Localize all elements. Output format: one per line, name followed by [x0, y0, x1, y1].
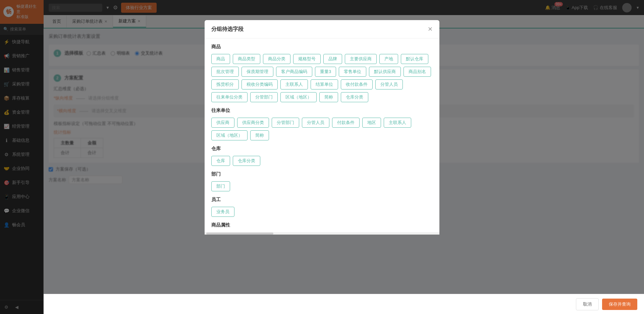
tag-grid-staff: 业务员 — [211, 207, 433, 217]
tag-staff-0[interactable]: 业务员 — [211, 207, 234, 217]
modal-overlay: 分组待选字段 ✕ 商品商品商品类型商品分类规格型号品牌主要供应商产地默认仓库批次… — [0, 0, 644, 314]
tag-product-24[interactable]: 简称 — [319, 92, 338, 102]
tag-product-23[interactable]: 区域（地区） — [280, 92, 317, 102]
modal-close-button[interactable]: ✕ — [428, 25, 433, 33]
tag-product-25[interactable]: 仓库分类 — [341, 92, 368, 102]
section-title-product-attr: 商品属性 — [211, 222, 433, 228]
tag-product-12[interactable]: 零售单位 — [339, 67, 366, 77]
tag-product-20[interactable]: 分管人员 — [375, 79, 403, 89]
tag-product-14[interactable]: 商品别名 — [404, 67, 431, 77]
modal-title: 分组待选字段 — [211, 26, 244, 33]
tag-product-6[interactable]: 产地 — [379, 54, 398, 64]
save-query-button[interactable]: 保存并查询 — [602, 299, 637, 310]
modal-horizontal-scrollbar[interactable] — [205, 232, 439, 235]
tag-partner-6[interactable]: 主联系人 — [384, 118, 411, 128]
tag-partner-8[interactable]: 简称 — [250, 130, 269, 140]
section-title-warehouse: 仓库 — [211, 146, 433, 152]
tag-department-0[interactable]: 部门 — [211, 181, 230, 191]
section-title-product: 商品 — [211, 44, 433, 50]
tag-product-7[interactable]: 默认仓库 — [401, 54, 428, 64]
tag-warehouse-1[interactable]: 仓库分类 — [233, 156, 260, 166]
tag-grid-department: 部门 — [211, 181, 433, 191]
tag-grid-product: 商品商品类型商品分类规格型号品牌主要供应商产地默认仓库批次管理保质期管理客户商品… — [211, 54, 433, 102]
tag-partner-2[interactable]: 分管部门 — [272, 118, 299, 128]
section-title-department: 部门 — [211, 171, 433, 177]
modal-hscroll-thumb — [206, 233, 273, 235]
tag-product-2[interactable]: 商品分类 — [263, 54, 290, 64]
modal-body: 商品商品商品类型商品分类规格型号品牌主要供应商产地默认仓库批次管理保质期管理客户… — [205, 39, 439, 232]
tag-product-18[interactable]: 结算单位 — [311, 79, 338, 89]
tag-grid-warehouse: 仓库仓库分类 — [211, 156, 433, 166]
tag-product-9[interactable]: 保质期管理 — [241, 67, 273, 77]
section-title-staff: 员工 — [211, 197, 433, 203]
tag-product-15[interactable]: 拣货积分 — [211, 79, 239, 89]
tag-partner-0[interactable]: 供应商 — [211, 118, 234, 128]
tag-grid-partner: 供应商供应商分类分管部门分管人员付款条件地区主联系人区域（地区）简称 — [211, 118, 433, 140]
tag-partner-4[interactable]: 付款条件 — [332, 118, 360, 128]
modal: 分组待选字段 ✕ 商品商品商品类型商品分类规格型号品牌主要供应商产地默认仓库批次… — [205, 20, 439, 235]
tag-product-1[interactable]: 商品类型 — [233, 54, 260, 64]
tag-product-4[interactable]: 品牌 — [323, 54, 342, 64]
bottom-bar: 取消 保存并查询 — [44, 294, 644, 314]
tag-partner-1[interactable]: 供应商分类 — [237, 118, 269, 128]
tag-product-5[interactable]: 主要供应商 — [345, 54, 377, 64]
tag-partner-7[interactable]: 区域（地区） — [211, 130, 248, 140]
tag-product-11[interactable]: 重量3 — [315, 67, 336, 77]
tag-product-19[interactable]: 收付款条件 — [341, 79, 373, 89]
tag-product-22[interactable]: 分管部门 — [250, 92, 278, 102]
tag-product-8[interactable]: 批次管理 — [211, 67, 239, 77]
tag-product-0[interactable]: 商品 — [211, 54, 230, 64]
tag-product-16[interactable]: 税收分类编码 — [241, 79, 278, 89]
tag-partner-3[interactable]: 分管人员 — [302, 118, 329, 128]
tag-partner-5[interactable]: 地区 — [362, 118, 381, 128]
modal-header: 分组待选字段 ✕ — [205, 20, 439, 39]
section-title-partner: 往来单位 — [211, 108, 433, 114]
tag-product-10[interactable]: 客户商品编码 — [276, 67, 312, 77]
tag-product-13[interactable]: 默认供应商 — [369, 67, 401, 77]
tag-product-21[interactable]: 往来单位分类 — [211, 92, 248, 102]
cancel-button[interactable]: 取消 — [576, 298, 599, 310]
tag-product-17[interactable]: 主联系人 — [280, 79, 308, 89]
tag-warehouse-0[interactable]: 仓库 — [211, 156, 230, 166]
tag-product-3[interactable]: 规格型号 — [293, 54, 321, 64]
